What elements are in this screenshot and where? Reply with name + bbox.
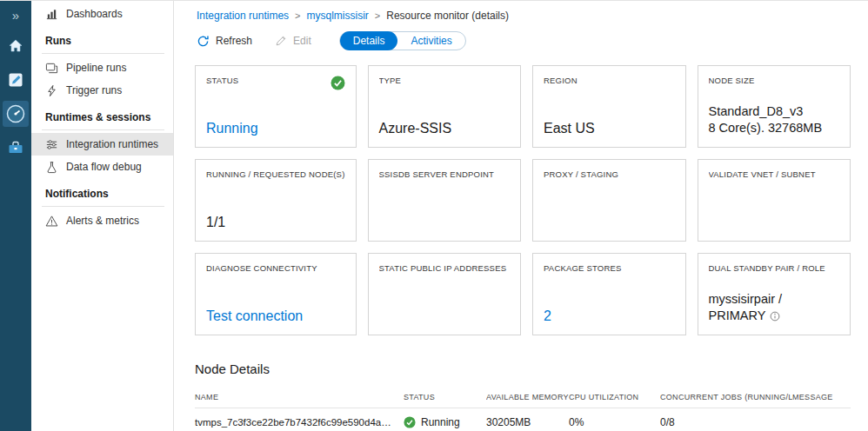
- column-header-cpu-utilization: CPU UTILIZATION: [569, 393, 660, 401]
- card-diagnose-connectivity: DIAGNOSE CONNECTIVITY Test connection: [195, 253, 357, 335]
- toolbox-icon: [7, 139, 24, 156]
- node-status-cell: Running: [404, 416, 486, 428]
- sidebar-item-label: Data flow debug: [66, 161, 142, 173]
- card-label: RUNNING / REQUESTED NODE(S): [206, 169, 345, 179]
- card-type: TYPE Azure-SSIS: [368, 65, 521, 148]
- sidebar-item-label: Dashboards: [66, 8, 123, 20]
- column-header-available-memory: AVAILABLE MEMORY: [486, 393, 569, 401]
- card-label: VALIDATE VNET / SUBNET: [709, 169, 839, 179]
- card-label: PROXY / STAGING: [544, 169, 674, 179]
- column-header-status: STATUS: [404, 393, 486, 401]
- gauge-icon: [6, 104, 25, 123]
- home-icon: [7, 37, 24, 55]
- breadcrumb-separator: >: [375, 10, 380, 21]
- nodes-value: 1/1: [206, 215, 345, 230]
- sidebar-item-pipeline-runs[interactable]: Pipeline runs: [31, 56, 173, 79]
- node-details-title: Node Details: [195, 361, 851, 376]
- node-memory-cell: 30205MB: [486, 416, 569, 428]
- node-name-cell: tvmps_7c3f3ce22be7b7432f6c99e590d4a69df0…: [195, 417, 404, 428]
- tab-activities[interactable]: Activities: [397, 31, 464, 50]
- card-package-stores: PACKAGE STORES 2: [532, 253, 685, 335]
- edit-label: Edit: [293, 35, 311, 47]
- table-row[interactable]: tvmps_7c3f3ce22be7b7432f6c99e590d4a69df0…: [195, 408, 851, 431]
- dual-standby-value: myssisirpair / PRIMARY: [709, 291, 839, 324]
- card-label: DIAGNOSE CONNECTIVITY: [206, 263, 345, 273]
- sidebar-item-trigger-runs[interactable]: Trigger runs: [31, 79, 173, 102]
- column-header-concurrent-jobs: CONCURRENT JOBS (RUNNING/LIMIT): [660, 393, 792, 401]
- card-label: STATUS: [206, 76, 238, 85]
- card-label: TYPE: [379, 76, 510, 85]
- alerts-warning-icon: [45, 215, 58, 228]
- expand-sidebar-button[interactable]: »: [3, 5, 29, 24]
- sidebar-section-runtimes-sessions: Runtimes & sessions: [42, 108, 164, 130]
- breadcrumb: Integration runtimes > mysqlmissisir > R…: [197, 10, 851, 22]
- card-label: NODE SIZE: [709, 76, 839, 85]
- sidebar-section-notifications: Notifications: [42, 184, 164, 207]
- dual-standby-line2: PRIMARY: [709, 308, 766, 324]
- integration-runtimes-icon: [45, 138, 58, 151]
- card-static-public-ip: STATIC PUBLIC IP ADDRESSES: [368, 253, 521, 335]
- sidebar-item-dashboards[interactable]: Dashboards: [31, 3, 173, 25]
- table-header-row: NAME STATUS AVAILABLE MEMORY CPU UTILIZA…: [195, 388, 851, 408]
- data-flow-debug-icon: [45, 161, 58, 174]
- card-node-size: NODE SIZE Standard_D8_v3 8 Core(s). 3276…: [698, 65, 851, 148]
- monitor-sidebar: Dashboards Runs Pipeline runs Trigger ru…: [31, 1, 174, 431]
- sidebar-section-runs: Runs: [42, 31, 164, 54]
- app-window: » Dashboards R: [0, 0, 868, 431]
- card-running-requested-nodes: RUNNING / REQUESTED NODE(S) 1/1: [195, 159, 357, 242]
- manage-button[interactable]: [3, 135, 29, 161]
- card-label: REGION: [544, 76, 674, 85]
- breadcrumb-integration-runtimes[interactable]: Integration runtimes: [197, 10, 289, 22]
- sidebar-item-label: Pipeline runs: [66, 62, 126, 74]
- card-status: STATUS Running: [195, 65, 357, 148]
- edit-button[interactable]: Edit: [275, 35, 311, 47]
- card-proxy-staging: PROXY / STAGING: [532, 159, 685, 242]
- test-connection-link[interactable]: Test connection: [206, 308, 345, 324]
- info-icon[interactable]: [770, 311, 780, 322]
- package-stores-link[interactable]: 2: [544, 308, 674, 324]
- card-dual-standby-pair: DUAL STANDBY PAIR / ROLE myssisirpair / …: [698, 253, 851, 335]
- details-cards: STATUS Running TYPE Azure-SSIS REGION Ea…: [195, 65, 851, 335]
- card-validate-vnet-subnet: VALIDATE VNET / SUBNET: [698, 159, 851, 242]
- node-size-line2: 8 Core(s). 32768MB: [709, 120, 839, 136]
- card-label: PACKAGE STORES: [544, 263, 674, 273]
- details-activities-toggle: Details Activities: [339, 31, 466, 50]
- status-ok-icon: [331, 76, 345, 90]
- sidebar-item-label: Alerts & metrics: [66, 215, 139, 227]
- region-value: East US: [544, 121, 674, 136]
- edit-pencil-icon: [275, 35, 287, 47]
- node-cpu-cell: 0%: [569, 416, 660, 428]
- pipeline-runs-icon: [45, 62, 58, 75]
- column-header-message: MESSAGE: [792, 393, 851, 401]
- status-running-link[interactable]: Running: [206, 121, 345, 136]
- node-size-value: Standard_D8_v3 8 Core(s). 32768MB: [709, 103, 839, 136]
- card-label: SSISDB SERVER ENDPOINT: [379, 169, 510, 179]
- type-value: Azure-SSIS: [379, 121, 510, 136]
- main-content: Integration runtimes > mysqlmissisir > R…: [174, 1, 868, 431]
- node-jobs-cell: 0/8: [660, 416, 792, 428]
- dual-standby-line1: myssisirpair /: [709, 291, 839, 308]
- card-label: STATIC PUBLIC IP ADDRESSES: [379, 263, 510, 273]
- breadcrumb-current-page: Resource monitor (details): [386, 10, 509, 22]
- author-button[interactable]: [3, 67, 29, 93]
- tab-details[interactable]: Details: [340, 31, 398, 50]
- monitor-button[interactable]: [3, 101, 29, 127]
- trigger-runs-icon: [45, 84, 58, 97]
- refresh-button[interactable]: Refresh: [197, 35, 252, 48]
- breadcrumb-separator: >: [295, 10, 300, 21]
- breadcrumb-runtime-name[interactable]: mysqlmissisir: [307, 10, 369, 22]
- sidebar-item-integration-runtimes[interactable]: Integration runtimes: [31, 133, 173, 156]
- sidebar-item-alerts-metrics[interactable]: Alerts & metrics: [31, 209, 173, 232]
- sidebar-item-label: Trigger runs: [66, 84, 122, 96]
- home-button[interactable]: [3, 33, 29, 59]
- node-status-text: Running: [421, 416, 460, 428]
- nav-rail: »: [0, 1, 31, 431]
- command-bar: Refresh Edit Details Activities: [197, 31, 851, 50]
- sidebar-item-label: Integration runtimes: [66, 138, 158, 150]
- card-label: DUAL STANDBY PAIR / ROLE: [709, 263, 839, 273]
- refresh-icon: [197, 35, 210, 48]
- pencil-icon: [7, 71, 24, 89]
- node-status-ok-icon: [404, 416, 416, 428]
- card-ssisdb-server-endpoint: SSISDB SERVER ENDPOINT: [368, 159, 521, 242]
- sidebar-item-data-flow-debug[interactable]: Data flow debug: [31, 156, 173, 178]
